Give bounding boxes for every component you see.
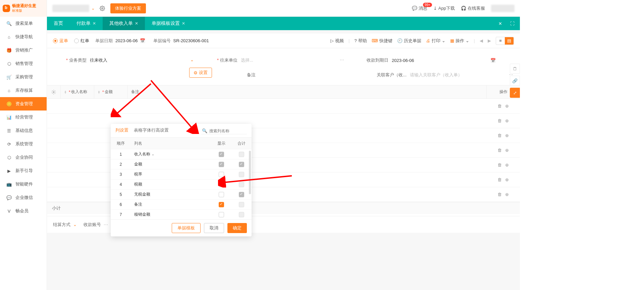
copy-icon[interactable]: ⊕ (505, 177, 509, 182)
copy-icon[interactable]: ⊕ (505, 118, 509, 123)
sidebar-item[interactable]: 🛒采购管理 (0, 70, 47, 84)
copy-icon[interactable]: ⊕ (505, 148, 509, 153)
topbar-gear-icon[interactable] (100, 6, 105, 11)
operate-link[interactable]: ▦操作⌄ (450, 38, 469, 44)
tab[interactable]: 其他收入单✕ (103, 17, 145, 30)
tab[interactable]: 付款单✕ (70, 17, 103, 30)
sidebar-item[interactable]: ⬡企业协同 (0, 151, 47, 164)
doc-no-value: SR-20230606-001 (173, 38, 209, 43)
show-checkbox[interactable] (219, 172, 224, 177)
delete-icon[interactable]: 🗑 (497, 118, 502, 123)
trial-button[interactable]: 体验行业方案 (110, 3, 146, 13)
doc-date-value[interactable]: 2023-06-06 (115, 38, 138, 43)
popover-tab-font[interactable]: 表格字体行高设置 (134, 127, 169, 135)
copy-icon[interactable]: ⊕ (505, 103, 509, 108)
app-download-link[interactable]: ⤓ App下载 (433, 5, 455, 11)
tab[interactable]: 首页 (47, 17, 70, 30)
sidebar-item[interactable]: V畅会员 (0, 204, 47, 218)
tab-close-icon[interactable]: ✕ (496, 19, 504, 28)
show-checkbox[interactable] (219, 212, 224, 217)
sidebar-item[interactable]: ☰基础信息 (0, 124, 47, 137)
th-income[interactable]: ▲▼*收入名称 (60, 85, 94, 98)
tab[interactable]: 单据模板设置✕ (145, 17, 192, 30)
history-link[interactable]: 🕘历史单据 (397, 38, 421, 44)
biz-type-select[interactable]: 往来收入 ⌄ (90, 57, 194, 63)
sidebar-item[interactable]: ▶新手引导 (0, 164, 47, 177)
user-blurred[interactable] (491, 5, 515, 12)
settle-account[interactable]: 收款账号 ⋯ (84, 222, 108, 228)
sidebar-item[interactable]: ⌂快捷导航 (0, 30, 47, 44)
party-select[interactable]: 选择... ⋯ (241, 57, 345, 63)
help-link[interactable]: ?帮助 (354, 38, 367, 44)
sidebar-item[interactable]: 🔍搜索菜单 (0, 17, 47, 30)
more-icon[interactable]: ⋯ (340, 57, 345, 62)
due-date-input[interactable]: 2023-06-06 (392, 58, 488, 63)
delete-icon[interactable]: 🗑 (497, 133, 502, 138)
view-detail-icon[interactable]: ▤ (505, 37, 514, 45)
shortcut-link[interactable]: ⌨快捷键 (372, 38, 392, 44)
view-list-icon[interactable]: ≡ (496, 37, 505, 45)
rel-customer-input[interactable]: 请输入关联客户（收入单） ⋯ (410, 72, 514, 78)
sidebar-item-label: 搜索菜单 (15, 20, 33, 26)
sidebar-item[interactable]: ⌂库存核算 (0, 84, 47, 97)
messages-link[interactable]: 💬 消息 99+ (412, 5, 427, 11)
copy-icon[interactable]: ⊕ (505, 133, 509, 138)
sidebar-item[interactable]: 💬企业微信 (0, 191, 47, 204)
show-checkbox[interactable] (219, 192, 224, 197)
delete-icon[interactable]: 🗑 (497, 103, 502, 108)
delete-icon[interactable]: 🗑 (497, 148, 502, 153)
copy-icon[interactable]: ⊕ (505, 162, 509, 167)
calendar-icon[interactable]: 📅 (140, 38, 145, 43)
tab-close-icon[interactable]: ✕ (135, 21, 138, 26)
video-link[interactable]: ▷视频 (330, 38, 344, 44)
popover-search-input[interactable] (209, 129, 246, 133)
sidebar-item-label: 企业协同 (15, 154, 33, 160)
th-amount[interactable]: ▲▼*金额 (94, 85, 127, 98)
tab-close-icon[interactable]: ✕ (93, 21, 96, 26)
sidebar-item[interactable]: ⬡销售管理 (0, 57, 47, 70)
popover-tab-columns[interactable]: 列设置 (115, 127, 128, 135)
tab-label: 其他收入单 (109, 20, 133, 26)
settle-method[interactable]: 结算方式 ⌄ (53, 222, 77, 228)
copy-icon[interactable]: ⊕ (505, 192, 509, 197)
template-button[interactable]: 单据模板 (172, 223, 201, 233)
table-row[interactable]: 🗑⊕ (47, 99, 520, 114)
show-checkbox[interactable] (219, 182, 224, 187)
popover-body: 1 收入名称 ⌄ 2 金额 3 税率 4 税额 5 无税金额 6 备注 7 核销… (111, 149, 252, 219)
delete-icon[interactable]: 🗑 (497, 192, 502, 197)
column-settings-gear-icon[interactable] (47, 90, 60, 94)
show-checkbox[interactable] (219, 202, 224, 207)
org-caret-icon[interactable]: ⌄ (91, 6, 95, 11)
cancel-button[interactable]: 取消 (204, 223, 224, 233)
settings-button[interactable]: ⚙ 设置 (189, 68, 212, 78)
sidebar-item[interactable]: 🪙资金管理 (0, 97, 47, 111)
rail-note-icon[interactable]: 🗒 (510, 64, 520, 74)
delete-icon[interactable]: 🗑 (497, 162, 502, 167)
sidebar-item[interactable]: 📊经营管理 (0, 111, 47, 124)
print-link[interactable]: 🖨打印⌄ (426, 38, 445, 44)
tab-expand-icon[interactable]: ⛶ (508, 19, 517, 28)
delete-icon[interactable]: 🗑 (497, 177, 502, 182)
tab-close-icon[interactable]: ✕ (182, 21, 185, 26)
rail-expand-icon[interactable]: ⤢ (510, 88, 520, 98)
online-service-link[interactable]: 🎧 在线客服 (461, 5, 485, 11)
calendar-icon[interactable]: 📅 (490, 58, 496, 63)
prev-icon[interactable]: ◀ (480, 38, 483, 43)
scrollbar[interactable] (249, 151, 251, 194)
chevron-down-icon: ⌄ (190, 57, 194, 62)
ok-button[interactable]: 确定 (227, 223, 247, 233)
due-date-label: 收款到期日 (355, 57, 388, 63)
radio-red[interactable]: 红单 (74, 38, 89, 44)
column-setting-row: 6 备注 (111, 199, 252, 209)
rail-link-icon[interactable]: 🔗 (510, 76, 520, 86)
nav-icon: 📊 (6, 114, 12, 120)
sidebar-item[interactable]: ⟳系统管理 (0, 137, 47, 151)
radio-blue[interactable]: 蓝单 (53, 38, 68, 44)
next-icon[interactable]: ▶ (488, 38, 491, 43)
th-remark[interactable]: 备注 (127, 85, 486, 98)
biz-type-value: 往来收入 (90, 58, 107, 63)
sidebar-item[interactable]: 📺智能硬件 (0, 177, 47, 191)
chevron-down-icon[interactable]: ⌄ (151, 152, 155, 156)
search-icon: 🔍 (202, 128, 207, 133)
sidebar-item[interactable]: 🎁营销推广 (0, 44, 47, 57)
